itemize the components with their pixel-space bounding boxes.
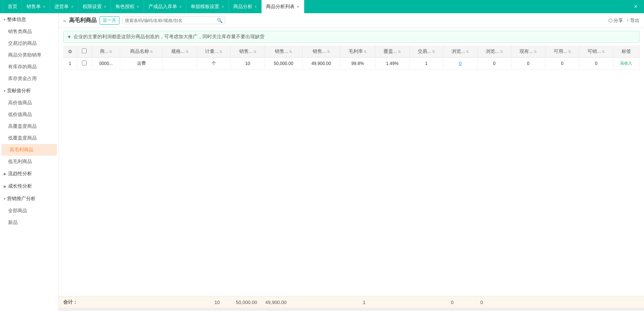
close-role-auth[interactable]: ×	[137, 4, 139, 9]
sidebar-item-stock-capital[interactable]: 库存资金占用	[0, 73, 58, 84]
share-icon: ⬡	[608, 18, 612, 23]
browse-link[interactable]: 0	[459, 61, 461, 66]
nav-product-analysis-list[interactable]: 商品分析列表 ×	[262, 0, 304, 13]
col-saleable-stock[interactable]: 可销...⇅	[579, 46, 614, 58]
sidebar-item-category-rate[interactable]: 商品分类助销率	[0, 49, 58, 61]
sort-icon-trade-count: ⇅	[432, 50, 435, 54]
search-box[interactable]: 🔍	[122, 17, 225, 24]
footer-sale-profit: 49,900.00	[261, 300, 291, 305]
col-sale-qty[interactable]: 销售...⇅	[231, 46, 265, 58]
col-tag[interactable]: 标签	[613, 46, 639, 58]
cell-unit: 个	[197, 58, 231, 69]
sort-icon-sale-amt: ⇅	[289, 50, 292, 54]
sidebar-group-contribution[interactable]: ▾ 贡献值分析	[0, 84, 58, 97]
window-close-button[interactable]: ×	[630, 3, 641, 10]
content-area: « 高毛利商品 近一月 🔍 ⬡ 分享 ↑ 导出 ✦ 企业的主要的利润都是这部	[59, 13, 644, 311]
cell-avail-stock: 0	[545, 58, 579, 69]
nav-role-auth[interactable]: 角色授权 ×	[111, 0, 144, 13]
sort-icon-name: ⇅	[150, 50, 153, 54]
sidebar-item-high-margin[interactable]: 高毛利商品	[1, 144, 57, 156]
col-checkbox[interactable]	[77, 46, 92, 58]
close-template-settings[interactable]: ×	[222, 4, 224, 9]
sidebar-item-in-stock[interactable]: 有库存的商品	[0, 61, 58, 73]
period-filter-button[interactable]: 近一月	[100, 16, 119, 25]
sort-icon-avail-stock: ⇅	[568, 50, 571, 54]
footer-sale-amt: 50,000.00	[232, 300, 261, 305]
horizontal-scrollbar[interactable]	[59, 308, 644, 311]
col-unit[interactable]: 计量...⇅	[197, 46, 231, 58]
table-container[interactable]: ⚙ 商...⇅ 商品名称⇅ 规格...⇅ 计量...⇅ 销售...⇅ 销售...…	[63, 46, 640, 296]
footer-totals: 合计： 10 50,000.00 49,900.00 1 0 0	[59, 296, 644, 308]
arrow-contribution: ▾	[4, 89, 6, 93]
close-product-analysis[interactable]: ×	[255, 4, 257, 9]
sidebar-group-overall[interactable]: ▾ 整体信息	[0, 13, 58, 26]
sort-icon-unit: ⇅	[219, 50, 222, 54]
nav-permissions[interactable]: 权限设置 ×	[78, 0, 111, 13]
cell-saleable-stock: 0	[579, 58, 614, 69]
sidebar-item-low-margin[interactable]: 低毛利商品	[0, 156, 58, 167]
cell-name: 运费	[120, 58, 163, 69]
col-spec[interactable]: 规格...⇅	[163, 46, 197, 58]
sidebar-group-trend[interactable]: ▶ 流趋性分析	[0, 167, 58, 180]
data-table: ⚙ 商...⇅ 商品名称⇅ 规格...⇅ 计量...⇅ 销售...⇅ 销售...…	[63, 46, 640, 69]
sidebar-item-high-value[interactable]: 高价值商品	[0, 97, 58, 109]
row-checkbox[interactable]	[82, 61, 87, 65]
sidebar-item-traded-goods[interactable]: 交易过的商品	[0, 37, 58, 49]
sidebar-group-growth[interactable]: ▶ 成长性分析	[0, 180, 58, 192]
col-avail-stock[interactable]: 可用...⇅	[545, 46, 579, 58]
content-header: « 高毛利商品 近一月 🔍 ⬡ 分享 ↑ 导出	[59, 13, 644, 28]
col-browse-a[interactable]: 浏览...⇅	[443, 46, 478, 58]
info-banner: ✦ 企业的主要的利润都是这部分商品创造的，可考虑加大推广，同时关注库存量不要出现…	[63, 31, 640, 43]
col-browse-b[interactable]: 浏览...⇅	[477, 46, 511, 58]
sidebar-group-marketing[interactable]: ▾ 营销推广分析	[0, 192, 58, 205]
col-name[interactable]: 商品名称⇅	[120, 46, 163, 58]
table-row: 1 0000... 运费 个 10 50,000.00 49,900.00 99…	[63, 58, 640, 69]
arrow-overall: ▾	[4, 18, 6, 22]
cell-coverage: 1.49%	[375, 58, 410, 69]
col-sale-profit[interactable]: 销售...⇅	[302, 46, 340, 58]
sidebar-collapse-button[interactable]: «	[63, 18, 66, 23]
cell-seq: 1	[63, 58, 77, 69]
sort-icon-browse-a: ⇅	[466, 50, 469, 54]
sort-icon-current-stock: ⇅	[534, 50, 537, 54]
sidebar-item-low-coverage[interactable]: 低覆盖度商品	[0, 132, 58, 144]
search-input[interactable]	[125, 18, 217, 23]
export-icon: ↑	[627, 18, 629, 23]
nav-template-settings[interactable]: 单据模板设置 ×	[186, 0, 229, 13]
close-sales-order[interactable]: ×	[43, 4, 45, 9]
cell-sale-qty: 10	[231, 58, 265, 69]
col-gross-margin[interactable]: 毛利率⇅	[340, 46, 375, 58]
export-button[interactable]: ↑ 导出	[627, 17, 640, 24]
search-icon[interactable]: 🔍	[217, 18, 223, 23]
sidebar-item-high-coverage[interactable]: 高覆盖度商品	[0, 120, 58, 132]
cell-trade-count: 1	[409, 58, 443, 69]
col-trade-count[interactable]: 交易...⇅	[409, 46, 443, 58]
cell-gross-margin: 99.8%	[340, 58, 375, 69]
col-code[interactable]: 商...⇅	[92, 46, 120, 58]
close-product-analysis-list[interactable]: ×	[297, 4, 299, 9]
arrow-marketing: ▾	[4, 197, 6, 201]
sidebar-item-new-goods[interactable]: 新品	[0, 217, 58, 228]
close-purchase-order[interactable]: ×	[71, 4, 73, 9]
select-all-checkbox[interactable]	[82, 48, 87, 53]
cell-browse-a[interactable]: 0	[443, 58, 478, 69]
col-settings[interactable]: ⚙	[63, 46, 77, 58]
sidebar-item-sales-goods[interactable]: 销售类商品	[0, 26, 58, 37]
sort-icon-sale-profit: ⇅	[327, 50, 330, 54]
nav-sales-order[interactable]: 销售单 ×	[22, 0, 50, 13]
sidebar-item-all-goods[interactable]: 全部商品	[0, 205, 58, 217]
nav-product-analysis[interactable]: 商品分析 ×	[229, 0, 262, 13]
close-permissions[interactable]: ×	[104, 4, 106, 9]
col-coverage[interactable]: 覆盖...⇅	[375, 46, 410, 58]
cell-checkbox[interactable]	[77, 58, 92, 69]
sidebar-item-low-value[interactable]: 低价值商品	[0, 109, 58, 120]
col-current-stock[interactable]: 现有...⇅	[511, 46, 546, 58]
footer-trade-count: 1	[349, 300, 379, 305]
close-product-inbound[interactable]: ×	[179, 4, 181, 9]
nav-product-inbound[interactable]: 产成品入库单 ×	[144, 0, 186, 13]
arrow-growth: ▶	[4, 184, 7, 188]
share-button[interactable]: ⬡ 分享	[608, 17, 623, 24]
col-sale-amt[interactable]: 销售...⇅	[265, 46, 302, 58]
nav-purchase-order[interactable]: 进货单 ×	[50, 0, 78, 13]
nav-home[interactable]: 首页	[3, 0, 22, 13]
